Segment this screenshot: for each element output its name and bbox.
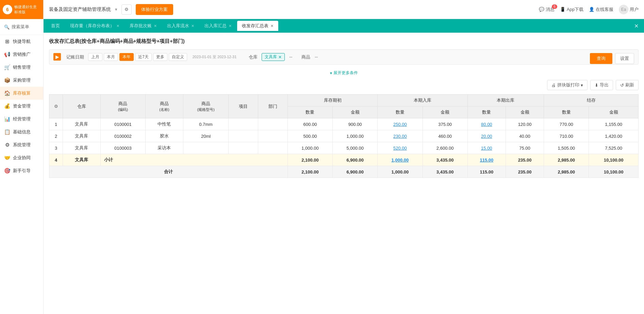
filter-right-buttons: 查询 设置 bbox=[590, 53, 634, 64]
export-button[interactable]: ⬇ 导出 bbox=[590, 80, 613, 90]
cell-in-qty[interactable]: 230.00 bbox=[378, 130, 423, 142]
tab-bar-close-button[interactable]: ✕ bbox=[631, 23, 641, 29]
export-icon: ⬇ bbox=[595, 83, 598, 88]
sidebar-item-system[interactable]: ⚙ 系统管理 bbox=[0, 138, 43, 151]
sidebar-item-marketing[interactable]: 📢 营销推广 bbox=[0, 48, 43, 61]
warehouse-more-icon[interactable]: ··· bbox=[289, 53, 292, 61]
date-btn-more[interactable]: 更多 bbox=[153, 53, 167, 61]
date-filter-label: 记账日期 bbox=[66, 54, 84, 60]
sidebar-search-section: 🔍 搜索菜单 bbox=[0, 19, 43, 35]
sidebar-item-sales[interactable]: 🛒 销售管理 bbox=[0, 61, 43, 74]
search-menu-button[interactable]: 🔍 搜索菜单 bbox=[3, 22, 40, 32]
message-icon: 💬 bbox=[539, 7, 544, 12]
total-in-amt: 3,435.00 bbox=[423, 166, 467, 178]
date-btn-this-month[interactable]: 本月 bbox=[104, 53, 118, 61]
sidebar-item-guide[interactable]: 🎯 新手引导 bbox=[0, 164, 43, 177]
cell-dept bbox=[258, 142, 288, 154]
th-warehouse: 仓库 bbox=[63, 95, 101, 118]
refresh-button[interactable]: ↺ 刷新 bbox=[616, 80, 639, 90]
tab-home[interactable]: 首页 bbox=[46, 21, 65, 31]
filter-toggle-button[interactable]: ▶ bbox=[53, 53, 61, 61]
subtotal-out-qty[interactable]: 115.00 bbox=[467, 154, 506, 166]
sidebar-item-enterprise[interactable]: 🤝 企业协同 bbox=[0, 151, 43, 164]
system-title: 装备及固定资产辅助管理系统 bbox=[49, 6, 111, 13]
subtotal-opening-qty: 2,100.00 bbox=[287, 154, 332, 166]
sales-icon: 🛒 bbox=[4, 64, 10, 70]
cell-in-qty[interactable]: 250.00 bbox=[378, 118, 423, 130]
warehouse-tag-remove[interactable]: ✕ bbox=[278, 55, 282, 60]
th-out-amt: 金额 bbox=[506, 106, 544, 118]
tab-close-flow[interactable]: ✕ bbox=[191, 24, 194, 28]
th-in-group: 本期入库 bbox=[378, 95, 467, 106]
user-menu-button[interactable]: Ea 用户 bbox=[619, 5, 639, 14]
sidebar-item-quick-nav[interactable]: ⊞ 快捷导航 bbox=[0, 35, 43, 48]
goods-filter-label: 商品 bbox=[301, 54, 310, 60]
cell-in-amt: 375.00 bbox=[423, 118, 467, 130]
settings-gear-button[interactable]: ⚙ bbox=[121, 4, 132, 15]
sidebar-item-operations[interactable]: 📊 经营管理 bbox=[0, 113, 43, 126]
cell-in-qty[interactable]: 520.00 bbox=[378, 142, 423, 154]
sidebar-item-purchase[interactable]: 📦 采购管理 bbox=[0, 74, 43, 87]
sidebar: 6 畅捷通好生意 标准版 🔍 搜索菜单 ⊞ 快捷导航 📢 营销推广 🛒 销售管理… bbox=[0, 0, 44, 314]
purchase-icon: 📦 bbox=[4, 77, 10, 83]
date-btn-custom[interactable]: 自定义 bbox=[169, 53, 187, 61]
date-btn-7days[interactable]: 近7天 bbox=[135, 53, 152, 61]
table-row: 2 文具库 0100002 胶水 20ml 500.00 1,000.00 23… bbox=[49, 130, 639, 142]
cell-goods-name: 采访本 bbox=[146, 142, 183, 154]
tab-recv-send[interactable]: 收发存汇总表 ✕ bbox=[237, 21, 278, 31]
tab-close-summary[interactable]: ✕ bbox=[229, 24, 232, 28]
query-button[interactable]: 查询 bbox=[590, 53, 612, 64]
online-service-button[interactable]: 👤 在线客服 bbox=[589, 6, 613, 13]
tab-close-recv-send[interactable]: ✕ bbox=[270, 24, 274, 28]
subtotal-balance-amt: 10,100.00 bbox=[589, 154, 639, 166]
finance-icon: 💰 bbox=[4, 103, 10, 109]
tab-close-batch[interactable]: ✕ bbox=[154, 24, 157, 28]
sidebar-item-finance[interactable]: 💰 资金管理 bbox=[0, 100, 43, 113]
trial-button[interactable]: 体验行业方案 bbox=[136, 4, 173, 15]
cell-goods-code: 0100001 bbox=[100, 118, 145, 130]
subtotal-in-qty[interactable]: 1,000.00 bbox=[378, 154, 423, 166]
app-download-button[interactable]: 📱 App下载 bbox=[560, 6, 583, 13]
sidebar-item-inventory[interactable]: 🏠 库存核算 bbox=[0, 87, 43, 100]
logo-icon: 6 bbox=[3, 5, 12, 14]
cell-balance-amt: 1,155.00 bbox=[589, 118, 639, 130]
tab-flow[interactable]: 出入库流水 ✕ bbox=[162, 21, 199, 31]
tab-batch[interactable]: 库存批次账 ✕ bbox=[125, 21, 162, 31]
goods-more-icon[interactable]: ··· bbox=[314, 53, 317, 61]
cell-out-qty[interactable]: 15.00 bbox=[467, 142, 506, 154]
cell-in-amt: 2,600.00 bbox=[423, 142, 467, 154]
cell-out-qty[interactable]: 80.00 bbox=[467, 118, 506, 130]
tab-close-inventory-dist[interactable]: ✕ bbox=[116, 24, 119, 28]
page-title: 收发存汇总表(按仓库+商品编码+商品+规格型号+项目+部门) bbox=[49, 38, 639, 45]
total-label: 合计 bbox=[49, 166, 288, 178]
cell-opening-qty: 500.00 bbox=[287, 130, 332, 142]
cell-num: 3 bbox=[49, 142, 63, 154]
date-btn-this-year[interactable]: 本年 bbox=[119, 53, 134, 61]
filter-row-1: 记账日期 上月 本月 本年 近7天 更多 自定义 2023-01-01 至 20… bbox=[66, 53, 634, 61]
refresh-icon: ↺ bbox=[620, 83, 624, 88]
date-btn-last-month[interactable]: 上月 bbox=[88, 53, 102, 61]
logo-text: 畅捷通好生意 标准版 bbox=[14, 4, 37, 15]
cell-out-qty[interactable]: 20.00 bbox=[467, 130, 506, 142]
data-table: ⚙ 仓库 商品(编码) 商品(名称) 商品(规格型号) 项目 部门 库存期初 本… bbox=[49, 94, 639, 178]
search-icon: 🔍 bbox=[4, 24, 10, 30]
th-out-group: 本期出库 bbox=[467, 95, 544, 106]
sidebar-item-basic[interactable]: 📋 基础信息 bbox=[0, 126, 43, 138]
th-balance-amt: 金额 bbox=[589, 106, 639, 118]
filter-settings-button[interactable]: 设置 bbox=[615, 53, 634, 64]
cell-goods-spec bbox=[183, 142, 229, 154]
table-gear-icon[interactable]: ⚙ bbox=[54, 104, 58, 109]
tab-inventory-dist[interactable]: 现存量（库存分布表） ✕ bbox=[65, 21, 124, 31]
tab-summary[interactable]: 出入库汇总 ✕ bbox=[200, 21, 236, 31]
cell-out-amt: 75.00 bbox=[506, 142, 544, 154]
th-dept: 部门 bbox=[258, 95, 288, 118]
th-out-qty: 数量 bbox=[467, 106, 506, 118]
messages-button[interactable]: 💬 消息 6 bbox=[539, 6, 555, 13]
cell-dept bbox=[258, 118, 288, 130]
cell-balance-amt: 7,525.00 bbox=[589, 142, 639, 154]
header-right: 💬 消息 6 📱 App下载 👤 在线客服 Ea 用户 bbox=[539, 5, 639, 14]
page-content: 收发存汇总表(按仓库+商品编码+商品+规格型号+项目+部门) ▶ 记账日期 上月… bbox=[44, 33, 644, 314]
print-button[interactable]: 🖨 拼块版打印 ▾ bbox=[547, 80, 588, 90]
cell-project bbox=[229, 142, 258, 154]
expand-more-button[interactable]: ▾ 展开更多条件 bbox=[327, 69, 361, 77]
